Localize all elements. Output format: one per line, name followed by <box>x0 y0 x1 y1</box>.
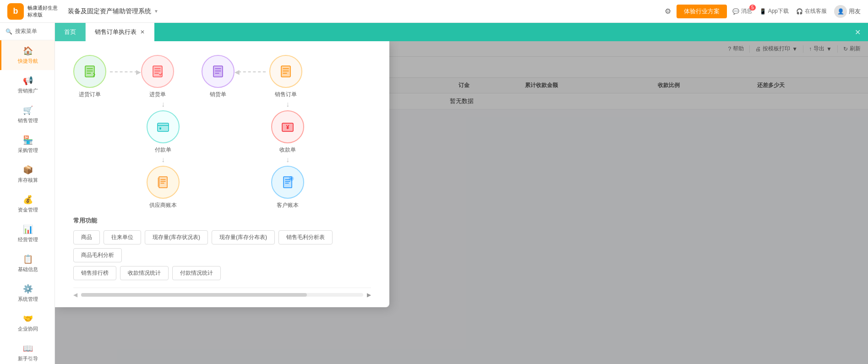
svg-text:¥: ¥ <box>286 124 289 130</box>
payment-col: ↓ ¥ <box>147 98 180 154</box>
svg-rect-2 <box>153 66 162 77</box>
func-buttons-row1: 商品 往来单位 现存量(库存状况表) 现存量(库存分布表) 销售毛利分析表 商品… <box>73 230 371 262</box>
customer-col: ↓ <box>271 154 304 209</box>
func-btn-stock-status[interactable]: 现存量(库存状况表) <box>145 230 208 244</box>
dropdown-arrow-icon[interactable]: ▼ <box>154 9 158 14</box>
down-arrow-customer: ↓ <box>286 156 289 164</box>
svg-point-20 <box>289 176 294 181</box>
supplier-col: ↓ <box>147 154 180 209</box>
sidebar-item-finance[interactable]: 💰 资金管理 <box>0 189 55 219</box>
system-title: 装备及固定资产辅助管理系统 ▼ <box>68 7 659 16</box>
online-service-btn[interactable]: 🎧 在线客服 <box>796 7 827 15</box>
flow-node-sales-bill[interactable]: 销货单 <box>202 55 235 98</box>
download-icon: 📱 <box>759 8 766 15</box>
sidebar-item-purchase[interactable]: 🏪 采购管理 <box>0 130 55 159</box>
scroll-hint: ◀ ▶ <box>73 288 371 298</box>
receipt-circle[interactable]: ¥ <box>271 110 304 143</box>
scroll-left-arrow[interactable]: ◀ <box>73 292 77 298</box>
payment-circle[interactable]: ¥ <box>147 110 180 143</box>
system-icon: ⚙️ <box>23 284 33 294</box>
tab-bar: 首页 销售订单执行表 ✕ ✕ <box>55 23 868 41</box>
header-right: 💬 消息 5 📱 App下载 🎧 在线客服 👤 用友 <box>732 5 861 18</box>
down-arrow-supplier: ↓ <box>161 156 165 164</box>
svg-rect-0 <box>85 66 94 77</box>
purchase-icon: 🏪 <box>23 135 33 145</box>
trial-button[interactable]: 体验行业方案 <box>677 5 727 18</box>
collab-icon: 🤝 <box>23 314 33 324</box>
sales-icon: 🛒 <box>23 105 33 115</box>
sidebar-item-system[interactable]: ⚙️ 系统管理 <box>0 278 55 308</box>
sidebar-item-collab[interactable]: 🤝 企业协同 <box>0 308 55 338</box>
flow-node-supplier-ledger[interactable]: 供应商账本 <box>147 166 180 209</box>
flow-node-purchase-bill[interactable]: 进货单 <box>141 55 174 98</box>
inventory-icon: 📦 <box>23 165 33 175</box>
guide-icon: 📖 <box>23 343 33 353</box>
func-btn-product[interactable]: 商品 <box>73 230 100 244</box>
quick-nav-icon: 🏠 <box>23 46 33 56</box>
customer-ledger-circle[interactable] <box>271 166 304 199</box>
svg-text:¥: ¥ <box>159 126 162 130</box>
sidebar-item-inventory[interactable]: 📦 库存核算 <box>0 159 55 189</box>
scroll-bar[interactable] <box>81 293 363 297</box>
purchase-order-label: 进货订单 <box>79 91 101 98</box>
func-buttons-row2: 销售排行榜 收款情况统计 付款情况统计 <box>73 266 371 280</box>
receipt-col: ↓ ¥ <box>271 98 304 154</box>
sidebar-item-marketing[interactable]: 📢 营销推广 <box>0 70 55 100</box>
flow-node-payment[interactable]: ¥ 付款单 <box>147 110 180 154</box>
flow-node-customer-ledger[interactable]: 客户账本 <box>271 166 304 209</box>
sidebar-item-operation[interactable]: 📊 经营管理 <box>0 219 55 249</box>
receipt-label: 收款单 <box>279 146 296 154</box>
sales-order-label: 销售订单 <box>275 91 297 98</box>
sales-bill-label: 销货单 <box>210 91 226 98</box>
operation-icon: 📊 <box>23 224 33 234</box>
svg-rect-6 <box>281 66 290 77</box>
purchase-bill-circle[interactable] <box>141 55 174 88</box>
search-menu-btn[interactable]: 🔍 搜索菜单 <box>0 23 55 40</box>
sales-order-circle[interactable] <box>269 55 302 88</box>
settings-icon[interactable]: ⚙ <box>665 7 671 16</box>
flow-node-sales-order[interactable]: 销售订单 <box>269 55 302 98</box>
common-func-title: 常用功能 <box>73 217 371 225</box>
purchase-order-circle[interactable] <box>73 55 106 88</box>
message-icon: 💬 <box>732 8 739 15</box>
func-btn-sales-margin[interactable]: 销售毛利分析表 <box>278 230 333 244</box>
scroll-right-arrow[interactable]: ▶ <box>367 292 371 298</box>
tab-home[interactable]: 首页 <box>55 23 86 41</box>
sidebar-item-sales[interactable]: 🛒 销售管理 <box>0 100 55 130</box>
purchase-bill-label: 进货单 <box>149 91 166 98</box>
supplier-ledger-circle[interactable] <box>147 166 180 199</box>
user-area[interactable]: 👤 用友 <box>834 5 861 18</box>
func-btn-sales-rank[interactable]: 销售排行榜 <box>73 266 116 280</box>
basic-icon: 📋 <box>23 254 33 264</box>
tab-close-icon[interactable]: ✕ <box>140 29 145 35</box>
svg-rect-17 <box>158 178 159 187</box>
func-btn-stock-dist[interactable]: 现存量(库存分布表) <box>212 230 275 244</box>
supplier-ledger-label: 供应商账本 <box>149 201 177 209</box>
flow-node-receipt[interactable]: ¥ 收款单 <box>271 110 304 154</box>
flow-node-purchase-order[interactable]: 进货订单 <box>73 55 106 98</box>
scroll-thumb <box>81 293 307 297</box>
overlay[interactable]: 进货订单 ▶ <box>55 41 868 364</box>
func-btn-counterpart[interactable]: 往来单位 <box>104 230 141 244</box>
marketing-icon: 📢 <box>23 76 33 86</box>
func-btn-receipt-stat[interactable]: 收款情况统计 <box>120 266 169 280</box>
sidebar-item-basic[interactable]: 📋 基础信息 <box>0 249 55 278</box>
sidebar-item-quick-nav[interactable]: 🏠 快捷导航 <box>0 40 55 70</box>
customer-ledger-label: 客户账本 <box>277 201 299 209</box>
arrow-left-1: ◀ <box>235 71 269 82</box>
sales-bill-circle[interactable] <box>202 55 235 88</box>
logo-text: 畅康通好生意 标准版 <box>27 5 58 18</box>
arrow-right-1: ▶ <box>106 71 141 82</box>
top-header: b 畅康通好生意 标准版 装备及固定资产辅助管理系统 ▼ ⚙ 体验行业方案 💬 … <box>0 0 868 23</box>
app-download-btn[interactable]: 📱 App下载 <box>759 7 789 15</box>
func-btn-payment-stat[interactable]: 付款情况统计 <box>172 266 221 280</box>
tab-bar-close-btn[interactable]: ✕ <box>847 23 868 41</box>
tab-sales-exec[interactable]: 销售订单执行表 ✕ <box>86 23 154 41</box>
func-btn-product-margin[interactable]: 商品毛利分析 <box>73 248 122 262</box>
down-arrow-receipt: ↓ <box>286 100 289 109</box>
message-btn[interactable]: 💬 消息 5 <box>732 7 752 15</box>
logo-area: b 畅康通好生意 标准版 <box>7 3 62 20</box>
content-area: 首页 销售订单执行表 ✕ ✕ ? 帮助 <box>55 23 868 364</box>
svg-rect-4 <box>213 66 223 77</box>
sidebar-item-guide[interactable]: 📖 新手引导 <box>0 338 55 364</box>
